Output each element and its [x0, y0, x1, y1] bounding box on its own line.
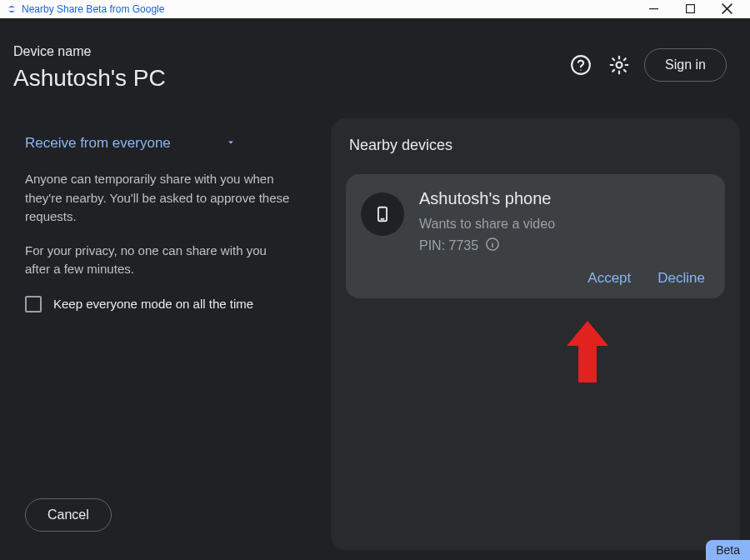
signin-button[interactable]: Sign in — [644, 48, 727, 82]
minimize-button[interactable] — [635, 0, 672, 18]
beta-badge: Beta — [706, 540, 750, 560]
maximize-button[interactable] — [672, 0, 708, 18]
device-name-label: Device name — [13, 43, 166, 60]
pin-row: PIN: 7735 — [419, 237, 708, 255]
pin-label: PIN: 7735 — [419, 238, 478, 253]
receive-mode-dropdown[interactable]: Receive from everyone — [25, 135, 292, 152]
nearby-devices-title: Nearby devices — [349, 137, 725, 154]
svg-rect-1 — [686, 5, 694, 13]
accept-button[interactable]: Accept — [588, 270, 631, 287]
device-name-value: Ashutosh's PC — [13, 63, 166, 92]
svg-point-9 — [492, 241, 493, 242]
share-subtitle: Wants to share a video — [419, 217, 708, 232]
cancel-button[interactable]: Cancel — [25, 498, 112, 532]
app-icon — [7, 4, 17, 14]
svg-point-4 — [617, 62, 622, 68]
incoming-share-card: Ashutosh's phone Wants to share a video … — [346, 174, 725, 298]
help-icon[interactable] — [568, 52, 594, 78]
phone-icon — [361, 192, 404, 236]
receive-mode-label: Receive from everyone — [25, 135, 171, 152]
decline-button[interactable]: Decline — [658, 270, 705, 287]
window-title: Nearby Share Beta from Google — [22, 3, 164, 15]
sender-name: Ashutosh's phone — [419, 189, 708, 208]
info-icon[interactable] — [485, 237, 500, 255]
svg-point-3 — [580, 69, 581, 70]
gear-icon[interactable] — [606, 52, 632, 78]
keep-everyone-checkbox-row[interactable]: Keep everyone mode on all the time — [25, 296, 292, 312]
left-panel: Receive from everyone Anyone can tempora… — [25, 135, 292, 312]
keep-everyone-label: Keep everyone mode on all the time — [53, 297, 253, 311]
device-name-block: Device name Ashutosh's PC — [13, 43, 166, 92]
app-body: Device name Ashutosh's PC Sign in Receiv… — [0, 18, 750, 560]
keep-everyone-checkbox[interactable] — [25, 296, 42, 312]
nearby-devices-panel: Nearby devices Ashutosh's phone Wants to… — [331, 118, 740, 550]
window-titlebar: Nearby Share Beta from Google — [0, 0, 750, 18]
receive-mode-desc-2: For your privacy, no one can share with … — [25, 242, 292, 279]
svg-point-2 — [572, 56, 590, 74]
receive-mode-desc-1: Anyone can temporarily share with you wh… — [25, 170, 292, 227]
svg-rect-0 — [649, 8, 658, 9]
close-button[interactable] — [708, 0, 745, 18]
chevron-down-icon — [226, 135, 236, 152]
window-controls — [635, 0, 745, 18]
